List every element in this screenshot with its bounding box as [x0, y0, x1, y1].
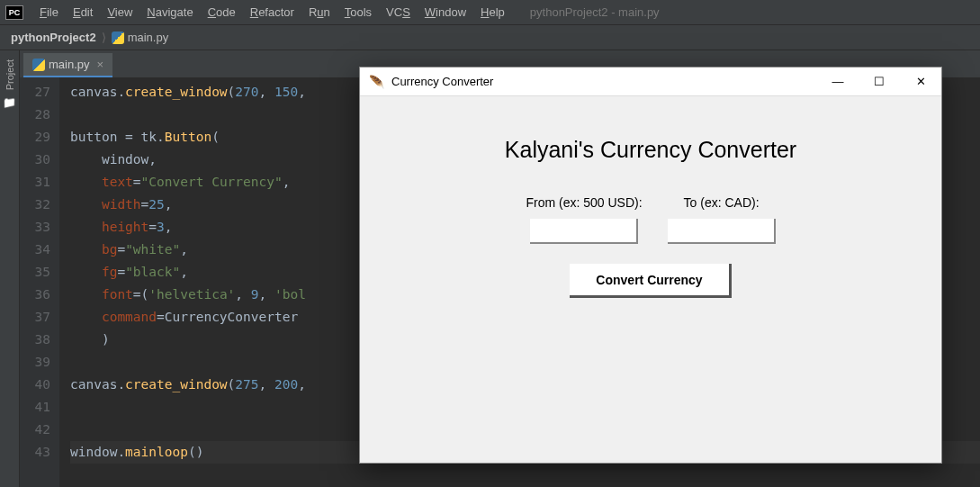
tkinter-app-window[interactable]: Currency Converter — ☐ ✕ Kalyani's Curre… [359, 67, 942, 464]
to-label: To (ex: CAD): [684, 195, 760, 210]
menu-navigate[interactable]: Navigate [139, 5, 200, 19]
from-input[interactable] [530, 219, 638, 244]
tk-feather-icon [369, 75, 391, 89]
menu-run[interactable]: Run [301, 5, 337, 19]
tk-titlebar[interactable]: Currency Converter — ☐ ✕ [360, 68, 941, 96]
breadcrumb-project[interactable]: pythonProject2 [11, 31, 96, 44]
maximize-button[interactable]: ☐ [859, 68, 900, 96]
python-file-icon [32, 59, 45, 71]
tab-main-py[interactable]: main.py × [23, 53, 112, 77]
convert-button[interactable]: Convert Currency [570, 264, 732, 298]
window-title: pythonProject2 - main.py [530, 5, 660, 19]
menu-vcs[interactable]: VCS [379, 5, 418, 19]
menu-view[interactable]: View [100, 5, 139, 19]
tab-label: main.py [49, 58, 90, 71]
menu-code[interactable]: Code [201, 5, 243, 19]
pycharm-logo-icon: PC [5, 5, 23, 20]
menu-file[interactable]: File [32, 5, 66, 19]
breadcrumb-separator-icon: ⟩ [102, 31, 106, 44]
minimize-button[interactable]: — [817, 68, 859, 96]
line-gutter: 2728293031323334353637383940414243 [20, 77, 59, 487]
folder-icon [3, 95, 16, 109]
menu-tools[interactable]: Tools [337, 5, 379, 19]
menu-refactor[interactable]: Refactor [243, 5, 301, 19]
to-input[interactable] [668, 219, 776, 244]
menu-edit[interactable]: Edit [66, 5, 100, 19]
from-label: From (ex: 500 USD): [526, 195, 642, 210]
tk-body: Kalyani's Currency Converter From (ex: 5… [360, 96, 941, 463]
ide-menubar: PC File Edit View Navigate Code Refactor… [0, 0, 980, 25]
python-file-icon [112, 32, 124, 44]
tk-window-title: Currency Converter [391, 75, 493, 88]
menu-window[interactable]: Window [418, 5, 473, 19]
close-button[interactable]: ✕ [900, 68, 941, 96]
app-heading: Kalyani's Currency Converter [505, 137, 796, 163]
menu-help[interactable]: Help [473, 5, 512, 19]
breadcrumb-file[interactable]: main.py [128, 31, 169, 44]
close-icon[interactable]: × [97, 58, 104, 71]
sidebar-label: Project [4, 59, 15, 90]
breadcrumb: pythonProject2 ⟩ main.py [0, 25, 980, 50]
project-tool-sidebar[interactable]: Project [0, 50, 20, 487]
